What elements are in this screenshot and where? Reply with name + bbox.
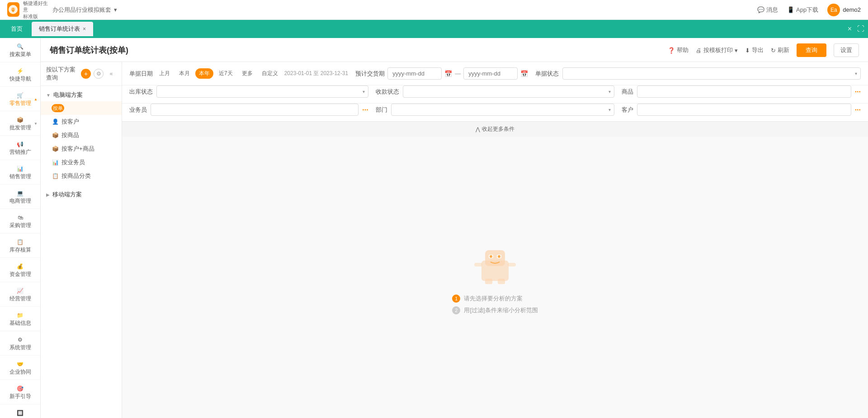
basic-icon: 📁	[2, 312, 38, 318]
custom-date-btn[interactable]: 自定义	[258, 68, 282, 79]
payment-status-select[interactable]	[403, 86, 615, 98]
export-btn[interactable]: ⬇ 导出	[745, 46, 764, 54]
scheme-item-by-customer-product[interactable]: 📦 按客户+商品	[41, 142, 122, 156]
logo-text: 畅捷通好生意 标准版	[23, 0, 48, 19]
tab-expand-btn[interactable]: ⛶	[857, 25, 864, 33]
collapse-bar: ⋀ 收起更多条件	[122, 121, 868, 137]
message-btn[interactable]: 💬 消息	[757, 6, 778, 14]
print-btn[interactable]: 🖨 按模板打印 ▾	[696, 46, 738, 54]
product-label: 商品	[622, 88, 633, 96]
print-icon: 🖨	[696, 47, 702, 54]
more-date-btn[interactable]: 更多	[238, 68, 256, 79]
tab-close-btn[interactable]: ×	[83, 26, 86, 32]
last-month-btn[interactable]: 上月	[156, 68, 174, 79]
collapse-more-btn[interactable]: ⋀ 收起更多条件	[122, 122, 868, 137]
dept-select[interactable]	[391, 104, 615, 116]
sidebar-item-wholesale[interactable]: 📦 批发管理	[0, 111, 40, 136]
expected-date-group: 预计交货期 📅 — 📅	[355, 67, 528, 80]
empty-state: 1 请先选择要分析的方案 2 用[过滤]条件来缩小分析范围	[452, 240, 538, 314]
product-more-btn[interactable]: ···	[855, 88, 861, 96]
user-name: demo2	[843, 6, 861, 13]
search-icon: 🔍	[2, 43, 38, 50]
appcenter-icon: 🔲	[2, 410, 38, 416]
sidebar-item-purchase[interactable]: 🛍 采购管理	[0, 209, 40, 233]
scheme-add-btn[interactable]: +	[81, 69, 91, 79]
last7days-btn[interactable]: 近7天	[215, 68, 236, 79]
desktop-scheme-header[interactable]: ▼ 电脑端方案	[41, 89, 122, 101]
mobile-section-arrow-icon: ▶	[46, 192, 50, 197]
scheme-item-by-customer[interactable]: 👤 按客户	[41, 115, 122, 128]
scheme-item-by-salesperson[interactable]: 📊 按业务员	[41, 156, 122, 169]
doc-status-select-wrapper: ▾	[562, 67, 861, 80]
scheme-collapse-btn[interactable]: «	[106, 69, 116, 79]
sidebar-item-enterprise[interactable]: 🤝 企业协同	[0, 356, 40, 380]
sidebar-item-search[interactable]: 🔍 搜索菜单	[0, 38, 40, 62]
svg-point-7	[490, 255, 492, 258]
retail-icon: 🛒	[2, 92, 38, 99]
desktop-scheme-label: 电脑端方案	[53, 91, 83, 99]
dept-label: 部门	[376, 106, 387, 114]
scheme-item-by-order[interactable]: 按单	[41, 101, 122, 115]
scheme-item-by-product[interactable]: 📦 按商品	[41, 128, 122, 142]
sidebar-item-quicknav[interactable]: ⚡ 快捷导航	[0, 62, 40, 87]
expected-date-from[interactable]	[387, 67, 442, 80]
sidebar-label-system: 系统管理	[2, 344, 38, 352]
ship-status-label: 出库状态	[129, 88, 153, 96]
scheme-item-by-category[interactable]: 📋 按商品分类	[41, 169, 122, 183]
query-btn[interactable]: 查询	[797, 43, 826, 57]
salesperson-group: 业务员 ···	[129, 104, 368, 116]
empty-illustration	[468, 240, 522, 285]
customer-input[interactable]	[637, 104, 851, 116]
calendar-to-icon[interactable]: 📅	[520, 70, 528, 77]
expected-date-to[interactable]	[463, 67, 518, 80]
message-icon: 💬	[757, 6, 764, 13]
sidebar-item-appcenter[interactable]: 🔲 应用中心	[0, 404, 40, 418]
svg-rect-12	[508, 263, 516, 266]
section-arrow-icon: ▼	[46, 93, 51, 98]
sidebar-item-system[interactable]: ⚙ 系统管理	[0, 331, 40, 356]
app-download-btn[interactable]: 📱 App下载	[787, 6, 818, 14]
empty-tips: 1 请先选择要分析的方案 2 用[过滤]条件来缩小分析范围	[452, 294, 538, 314]
ship-status-select[interactable]	[156, 86, 368, 98]
sidebar-item-newbie[interactable]: 🎯 新手引导	[0, 380, 40, 404]
user-area[interactable]: Ea demo2	[827, 4, 861, 16]
quick-date-btns: 上月 本月 本年 近7天 更多 自定义	[156, 68, 282, 79]
gear-icon: ⚙	[96, 71, 101, 77]
this-month-btn[interactable]: 本月	[175, 68, 193, 79]
salesperson-input[interactable]	[151, 104, 359, 116]
dept-select-wrapper: ▾	[391, 104, 615, 116]
sidebar-item-retail[interactable]: 🛒 零售管理	[0, 87, 40, 111]
sidebar-item-operations[interactable]: 📈 经营管理	[0, 282, 40, 307]
sidebar-label-search: 搜索菜单	[2, 51, 38, 58]
salesperson-more-btn[interactable]: ···	[362, 106, 368, 114]
ecommerce-icon: 💻	[2, 190, 38, 196]
wholesale-icon: 📦	[2, 117, 38, 123]
sidebar-item-sales[interactable]: 📊 销售管理	[0, 160, 40, 185]
product-input[interactable]	[637, 86, 851, 98]
purchase-icon: 🛍	[2, 214, 38, 221]
sidebar-label-quicknav: 快捷导航	[2, 75, 38, 83]
scheme-settings-btn[interactable]: ⚙	[94, 69, 104, 79]
calendar-from-icon[interactable]: 📅	[444, 70, 452, 77]
sidebar-item-marketing[interactable]: 📢 营销推广	[0, 136, 40, 160]
refresh-btn[interactable]: ↻ 刷新	[771, 46, 789, 54]
customer-more-btn[interactable]: ···	[855, 106, 861, 114]
home-tab[interactable]: 首页	[4, 22, 30, 36]
sidebar-item-inventory[interactable]: 📋 库存核算	[0, 233, 40, 258]
active-tab[interactable]: 销售订单统计表 ×	[32, 22, 93, 36]
sidebar-item-finance[interactable]: 💰 资金管理	[0, 258, 40, 282]
download-icon: 📱	[787, 6, 794, 13]
settings-btn[interactable]: 设置	[834, 43, 859, 57]
inventory-icon: 📋	[2, 239, 38, 245]
svg-point-1	[12, 9, 13, 10]
mobile-scheme-header[interactable]: ▶ 移动端方案	[41, 188, 122, 201]
refresh-icon: ↻	[771, 47, 776, 54]
export-icon: ⬇	[745, 47, 750, 54]
this-year-btn[interactable]: 本年	[195, 68, 213, 79]
tab-minimize-btn[interactable]: ×	[848, 25, 852, 33]
doc-status-select[interactable]	[562, 67, 861, 80]
sidebar-item-basic[interactable]: 📁 基础信息	[0, 307, 40, 331]
customer-label: 客户	[622, 106, 633, 114]
sidebar-item-ecommerce[interactable]: 💻 电商管理	[0, 185, 40, 209]
help-btn[interactable]: ❓ 帮助	[668, 46, 689, 54]
